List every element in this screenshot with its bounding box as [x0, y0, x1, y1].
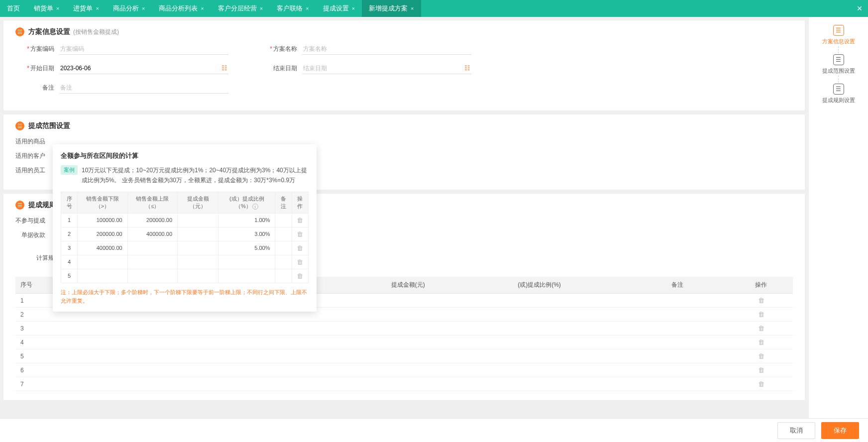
main-content: ☰ 方案信息设置 (按销售金额提成) *方案编码 *方案名称 *开始日期 — [0, 17, 808, 418]
table-row[interactable]: 3🗑 — [15, 322, 793, 335]
code-label: *方案编码 — [15, 45, 54, 53]
table-header: 操作 — [730, 277, 793, 294]
tab-close-icon[interactable]: × — [142, 5, 145, 11]
section-info-subtitle: (按销售金额提成) — [73, 28, 119, 36]
remark-label: 备注 — [15, 84, 54, 92]
trash-icon[interactable]: 🗑 — [297, 272, 303, 280]
tooltip-row: 2200000.00400000.003.00%🗑 — [61, 227, 309, 241]
table-row[interactable]: 4🗑 — [15, 335, 793, 349]
trash-icon[interactable]: 🗑 — [758, 352, 764, 360]
side-step[interactable]: ☰提成规则设置 — [809, 83, 868, 105]
tooltip-row: 3400000.005.00%🗑 — [61, 241, 309, 255]
table-row[interactable]: 5🗑 — [15, 349, 793, 363]
tab-close-icon[interactable]: × — [260, 5, 263, 11]
step-icon: ☰ — [833, 25, 844, 36]
table-header: 备注 — [666, 277, 730, 294]
section-info-title: 方案信息设置 — [28, 27, 70, 36]
tooltip-note: 注：上限必须大于下限；多个阶梯时，下一个阶梯下限要等于前一阶梯上限；不同行之间下… — [61, 288, 309, 306]
tooltip-title: 全额参与所在区间段的计算 — [61, 151, 309, 160]
tooltip-header: 销售金额下限（>） — [78, 192, 128, 213]
tooltip-header: 操作 — [292, 192, 308, 213]
step-icon: ☰ — [833, 54, 844, 65]
trash-icon[interactable]: 🗑 — [758, 366, 764, 374]
side-steps: ☰方案信息设置☰提成范围设置☰提成规则设置 — [808, 17, 868, 418]
side-step[interactable]: ☰方案信息设置 — [809, 24, 868, 46]
table-header: 提成金额(元) — [386, 277, 513, 294]
tab-close-icon[interactable]: × — [56, 5, 59, 11]
case-tag: 案例 — [61, 165, 78, 175]
tab-商品分析[interactable]: 商品分析× — [106, 0, 152, 17]
top-tab-bar: 首页销货单×进货单×商品分析×商品分析列表×客户分层经营×客户联络×提成设置×新… — [0, 0, 868, 17]
tab-客户分层经营[interactable]: 客户分层经营× — [211, 0, 270, 17]
tab-close-icon[interactable]: × — [96, 5, 99, 11]
section-info: ☰ 方案信息设置 (按销售金额提成) *方案编码 *方案名称 *开始日期 — [3, 20, 805, 111]
tab-客户联络[interactable]: 客户联络× — [270, 0, 316, 17]
table-row[interactable]: 7🗑 — [15, 377, 793, 391]
tab-close-icon[interactable]: × — [201, 5, 204, 11]
tab-商品分析列表[interactable]: 商品分析列表× — [152, 0, 211, 17]
table-row[interactable]: 6🗑 — [15, 363, 793, 377]
tab-进货单[interactable]: 进货单× — [66, 0, 106, 17]
case-text: 10万元以下无提成；10~20万元提成比例为1%；20~40万提成比例为3%；4… — [82, 165, 309, 186]
start-date-input[interactable] — [59, 63, 228, 74]
trash-icon[interactable]: 🗑 — [297, 258, 303, 266]
tab-close-icon[interactable]: × — [306, 5, 309, 11]
step-icon: ☰ — [833, 84, 844, 95]
trash-icon[interactable]: 🗑 — [758, 297, 764, 304]
tab-销货单[interactable]: 销货单× — [27, 0, 66, 17]
trash-icon[interactable]: 🗑 — [297, 244, 303, 252]
tooltip-header: 提成金额（元） — [178, 192, 218, 213]
list-icon: ☰ — [15, 201, 24, 210]
list-icon: ☰ — [15, 27, 24, 36]
tooltip-table: 序号销售金额下限（>）销售金额上限（≤）提成金额（元）(或）提成比例（%）i备注… — [61, 192, 309, 283]
code-input[interactable] — [59, 43, 228, 55]
trash-icon[interactable]: 🗑 — [758, 325, 764, 332]
name-input[interactable] — [302, 43, 471, 55]
side-step[interactable]: ☰提成范围设置 — [809, 53, 868, 76]
tooltip-header: (或）提成比例（%）i — [218, 192, 275, 213]
tooltip-header: 备注 — [275, 192, 292, 213]
end-date-label: 结束日期 — [258, 64, 297, 73]
trash-icon[interactable]: 🗑 — [758, 311, 764, 318]
tooltip-header: 序号 — [61, 192, 78, 213]
trash-icon[interactable]: 🗑 — [297, 230, 303, 238]
close-all-tabs[interactable]: × — [851, 0, 868, 17]
tab-close-icon[interactable]: × — [352, 5, 355, 11]
name-label: *方案名称 — [258, 45, 297, 53]
tab-close-icon[interactable]: × — [411, 5, 414, 11]
remark-input[interactable] — [59, 82, 228, 94]
tab-新增提成方案[interactable]: 新增提成方案× — [362, 0, 421, 17]
tab-首页[interactable]: 首页 — [0, 0, 27, 17]
tooltip-header: 销售金额上限（≤） — [127, 192, 177, 213]
section-scope-title: 提成范围设置 — [28, 121, 70, 130]
tooltip-row: 4🗑 — [61, 255, 309, 269]
calc-rule-tooltip: 全额参与所在区间段的计算 案例 10万元以下无提成；10~20万元提成比例为1%… — [53, 144, 317, 312]
tab-提成设置[interactable]: 提成设置× — [316, 0, 362, 17]
trash-icon[interactable]: 🗑 — [758, 338, 764, 346]
trash-icon[interactable]: 🗑 — [758, 380, 764, 388]
end-date-input[interactable] — [302, 63, 471, 74]
list-icon: ☰ — [15, 121, 24, 130]
start-date-label: *开始日期 — [15, 64, 54, 73]
info-icon: i — [252, 204, 258, 210]
trash-icon[interactable]: 🗑 — [297, 217, 303, 224]
tooltip-row: 5🗑 — [61, 269, 309, 283]
tooltip-row: 1100000.00200000.001.00%🗑 — [61, 213, 309, 227]
table-header: (或)提成比例(%) — [513, 277, 666, 294]
